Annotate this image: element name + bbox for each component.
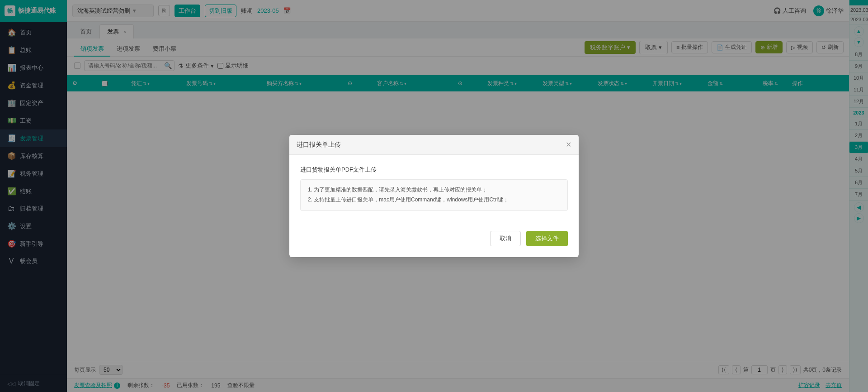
modal-footer: 取消 选择文件 <box>289 231 579 257</box>
modal-cancel-button[interactable]: 取消 <box>490 231 521 246</box>
modal-section-title: 进口货物报关单PDF文件上传 <box>300 166 568 174</box>
modal-overlay[interactable]: 进口报关单上传 ✕ 进口货物报关单PDF文件上传 1. 为了更加精准的数据匹配，… <box>0 0 868 392</box>
modal-dialog: 进口报关单上传 ✕ 进口货物报关单PDF文件上传 1. 为了更加精准的数据匹配，… <box>289 135 579 257</box>
modal-body: 进口货物报关单PDF文件上传 1. 为了更加精准的数据匹配，请先录入海关缴款书，… <box>289 155 579 230</box>
modal-info-item-2: 2. 支持批量上传进口报关单，mac用户使用Command键，windows用户… <box>308 195 560 205</box>
modal-close-button[interactable]: ✕ <box>566 140 571 149</box>
modal-info-box: 1. 为了更加精准的数据匹配，请先录入海关缴款书，再上传对应的报关单； 2. 支… <box>300 179 568 210</box>
modal-info-item-1: 1. 为了更加精准的数据匹配，请先录入海关缴款书，再上传对应的报关单； <box>308 185 560 195</box>
modal-title: 进口报关单上传 <box>297 141 341 149</box>
modal-header: 进口报关单上传 ✕ <box>289 135 579 155</box>
modal-select-button[interactable]: 选择文件 <box>526 231 568 246</box>
